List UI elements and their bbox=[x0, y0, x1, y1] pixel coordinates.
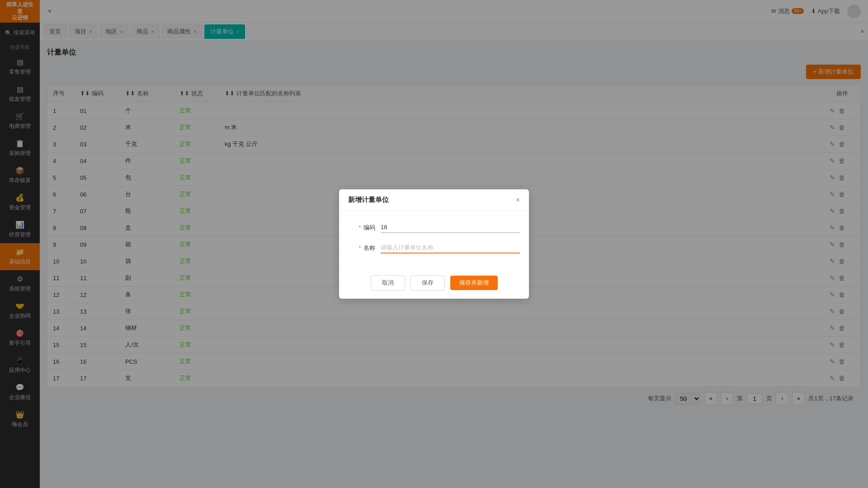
save-and-new-button[interactable]: 保存并新增 bbox=[450, 276, 498, 290]
modal-title: 新增计量单位 bbox=[348, 196, 389, 204]
name-form-row: * 名称 bbox=[348, 242, 520, 253]
name-input[interactable] bbox=[381, 242, 520, 253]
cancel-button[interactable]: 取消 bbox=[371, 275, 405, 291]
code-required-mark: * bbox=[359, 224, 361, 231]
add-unit-modal: 新增计量单位 × * 编码 * 名称 取消 保存 保存并新增 bbox=[339, 189, 529, 299]
code-label: * 编码 bbox=[348, 224, 375, 232]
save-button[interactable]: 保存 bbox=[410, 275, 445, 291]
modal-body: * 编码 * 名称 bbox=[339, 211, 529, 270]
name-label: * 名称 bbox=[348, 244, 375, 252]
name-required-mark: * bbox=[359, 244, 361, 251]
modal-footer: 取消 保存 保存并新增 bbox=[339, 270, 529, 299]
modal-overlay[interactable]: 新增计量单位 × * 编码 * 名称 取消 保存 保存并新增 bbox=[0, 0, 868, 488]
code-label-text: 编码 bbox=[363, 224, 375, 231]
code-form-row: * 编码 bbox=[348, 222, 520, 233]
modal-header: 新增计量单位 × bbox=[339, 189, 529, 211]
modal-close-button[interactable]: × bbox=[516, 196, 520, 204]
code-input[interactable] bbox=[381, 222, 520, 233]
name-label-text: 名称 bbox=[363, 244, 375, 251]
